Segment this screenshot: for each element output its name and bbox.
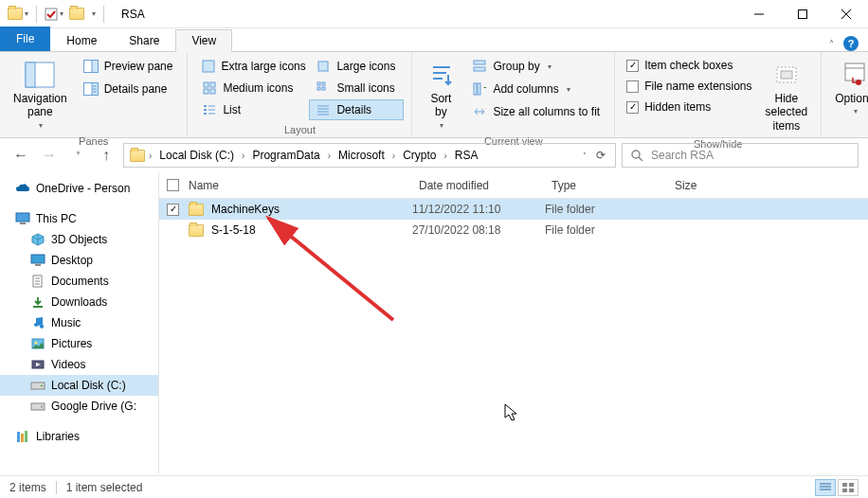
folder-icon <box>189 224 204 237</box>
layout-extra-large[interactable]: Extra large icons <box>195 56 307 77</box>
videos-icon <box>30 357 45 372</box>
qat-folder-icon[interactable]: ▾ <box>6 6 30 22</box>
drive-icon <box>30 399 45 414</box>
hide-selected-button[interactable]: Hide selected items <box>760 56 814 136</box>
layout-small[interactable]: Small icons <box>309 78 404 98</box>
collapse-ribbon-button[interactable]: ˄ <box>829 39 834 49</box>
tab-file[interactable]: File <box>0 27 50 51</box>
up-button[interactable]: ↑ <box>95 144 118 167</box>
svg-point-59 <box>35 342 38 345</box>
file-date: 11/12/2022 11:10 <box>412 203 545 216</box>
hidden-items-checkbox[interactable]: ✓Hidden items <box>623 98 755 116</box>
svg-rect-8 <box>92 61 99 73</box>
breadcrumb-item[interactable]: Local Disk (C:) <box>155 147 238 164</box>
options-button[interactable]: Options ▾ <box>829 56 868 120</box>
tree-pictures[interactable]: Pictures <box>0 333 158 354</box>
tree-google-drive[interactable]: Google Drive (G: <box>0 396 158 417</box>
chevron-down-icon: ▾ <box>440 121 443 131</box>
svg-rect-26 <box>204 109 207 111</box>
column-size[interactable]: Size <box>667 172 781 198</box>
file-row[interactable]: ✓ MachineKeys 11/12/2022 11:10 File fold… <box>159 199 868 220</box>
tree-downloads[interactable]: Downloads <box>0 292 158 312</box>
breadcrumb-item[interactable]: RSA <box>451 147 482 164</box>
address-dropdown[interactable]: ˅ <box>583 151 587 160</box>
documents-icon <box>30 274 45 289</box>
details-pane-button[interactable]: Details pane <box>77 79 180 99</box>
tree-videos[interactable]: Videos <box>0 354 158 375</box>
tab-home[interactable]: Home <box>50 29 113 52</box>
tree-this-pc[interactable]: This PC <box>0 208 158 229</box>
medium-icons-icon <box>202 80 217 96</box>
qat-customize[interactable]: ▾ <box>88 8 98 20</box>
tab-view[interactable]: View <box>175 29 232 52</box>
add-columns-button[interactable]: +Add columns▾ <box>465 79 606 99</box>
breadcrumb-item[interactable]: Crypto <box>399 147 440 164</box>
file-row[interactable]: S-1-5-18 27/10/2022 08:18 File folder <box>159 220 868 240</box>
file-name-extensions-checkbox[interactable]: File name extensions <box>623 78 755 95</box>
refresh-button[interactable]: ⟳ <box>596 149 606 162</box>
list-icon <box>202 102 217 117</box>
search-box[interactable]: Search RSA <box>622 143 859 168</box>
svg-rect-44 <box>845 63 864 80</box>
select-all-checkbox[interactable] <box>167 179 179 191</box>
address-bar[interactable]: › Local Disk (C:) › ProgramData › Micros… <box>123 143 616 168</box>
layout-medium[interactable]: Medium icons <box>195 78 307 98</box>
column-type[interactable]: Type <box>544 172 667 198</box>
large-icons-icon <box>316 59 331 74</box>
breadcrumb-item[interactable]: Microsoft <box>335 147 389 164</box>
tree-local-disk[interactable]: Local Disk (C:) <box>0 375 158 396</box>
tree-documents[interactable]: Documents <box>0 271 158 292</box>
column-name[interactable]: Name <box>159 172 411 198</box>
item-check-boxes-checkbox[interactable]: ✓Item check boxes <box>623 57 755 74</box>
details-view-button[interactable] <box>815 479 836 496</box>
tree-music[interactable]: Music <box>0 312 158 333</box>
sort-by-button[interactable]: Sort by ▾ <box>420 56 461 133</box>
svg-rect-24 <box>204 105 207 107</box>
svg-rect-40 <box>478 83 480 95</box>
chevron-right-icon[interactable]: › <box>147 151 154 161</box>
navigation-row: ← → ˅ ↑ › Local Disk (C:) › ProgramData … <box>0 138 868 172</box>
help-button[interactable]: ? <box>843 36 859 51</box>
row-checkbox[interactable]: ✓ <box>167 204 179 216</box>
qat-properties-icon[interactable]: ▾ <box>43 6 65 23</box>
file-type: File folder <box>545 223 668 237</box>
size-columns-button[interactable]: Size all columns to fit <box>465 101 606 122</box>
navigation-pane-button[interactable]: Navigation pane ▾ <box>8 56 73 133</box>
svg-rect-6 <box>26 62 35 87</box>
svg-rect-20 <box>317 82 320 85</box>
file-name: S-1-5-18 <box>211 223 412 237</box>
back-button[interactable]: ← <box>9 144 32 167</box>
close-button[interactable] <box>824 0 868 28</box>
group-by-button[interactable]: Group by▾ <box>465 56 606 77</box>
tree-libraries[interactable]: Libraries <box>0 426 158 447</box>
chevron-right-icon[interactable]: › <box>326 151 333 161</box>
svg-rect-28 <box>204 113 207 115</box>
tree-desktop[interactable]: Desktop <box>0 250 158 271</box>
forward-button[interactable]: → <box>38 144 61 167</box>
chevron-right-icon[interactable]: › <box>240 151 246 161</box>
thumbnails-view-button[interactable] <box>838 479 859 496</box>
preview-pane-button[interactable]: Preview pane <box>77 56 180 77</box>
layout-details[interactable]: Details <box>309 99 404 120</box>
minimize-button[interactable] <box>737 0 781 28</box>
column-date[interactable]: Date modified <box>411 172 544 198</box>
tree-onedrive[interactable]: OneDrive - Person <box>0 178 158 199</box>
qat-new-folder-icon[interactable] <box>67 6 86 22</box>
svg-text:+: + <box>483 82 486 95</box>
small-icons-icon <box>316 80 331 96</box>
search-icon <box>630 149 643 162</box>
chevron-right-icon[interactable]: › <box>442 151 448 161</box>
maximize-button[interactable] <box>781 0 824 28</box>
libraries-icon <box>15 429 30 444</box>
svg-point-47 <box>632 151 640 158</box>
svg-rect-38 <box>474 67 485 71</box>
tree-3d-objects[interactable]: 3D Objects <box>0 229 158 250</box>
history-dropdown[interactable]: ˅ <box>66 144 89 167</box>
chevron-right-icon[interactable]: › <box>390 151 397 161</box>
layout-large[interactable]: Large icons <box>309 56 404 77</box>
tab-share[interactable]: Share <box>113 29 175 52</box>
size-columns-icon <box>472 104 487 119</box>
layout-list[interactable]: List <box>195 99 307 120</box>
file-list: Name Date modified Type Size ✓ MachineKe… <box>159 172 868 473</box>
breadcrumb-item[interactable]: ProgramData <box>248 147 323 164</box>
